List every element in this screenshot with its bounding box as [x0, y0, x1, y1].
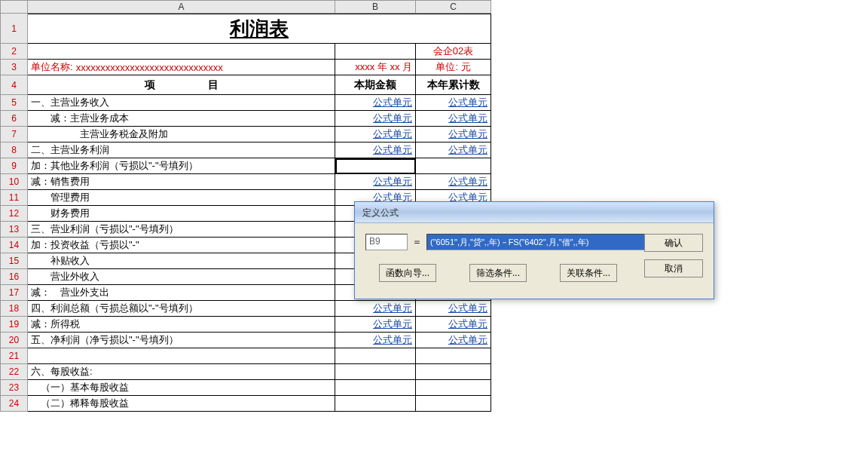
current-amount-cell[interactable]: 公式单元 — [335, 111, 416, 127]
item-cell[interactable]: 减：主营业务成本 — [28, 111, 335, 127]
unit-name[interactable]: 单位名称: xxxxxxxxxxxxxxxxxxxxxxxxxxxxxx — [28, 60, 335, 75]
unit-label[interactable]: 单位: 元 — [416, 60, 491, 75]
row-header[interactable]: 22 — [0, 364, 28, 380]
ytd-amount-cell[interactable]: 公式单元 — [416, 301, 491, 317]
formula-link[interactable]: 公式单元 — [448, 333, 487, 347]
formula-link[interactable]: 公式单元 — [373, 317, 412, 331]
formula-link[interactable]: 公式单元 — [373, 333, 412, 347]
cell-B2[interactable] — [335, 44, 416, 60]
item-cell[interactable]: 六、每股收益: — [28, 364, 335, 380]
item-cell[interactable]: 一、主营业务收入 — [28, 95, 335, 111]
row-header-3[interactable]: 3 — [0, 60, 28, 75]
formula-link[interactable]: 公式单元 — [373, 112, 412, 125]
ok-button[interactable]: 确认 — [644, 234, 703, 252]
row-header[interactable]: 20 — [0, 333, 28, 348]
ytd-amount-cell[interactable]: 公式单元 — [416, 174, 491, 190]
col-header-ytd[interactable]: 本年累计数 — [416, 75, 491, 95]
formula-link[interactable]: 公式单元 — [448, 317, 487, 331]
col-header-A[interactable]: A — [28, 0, 335, 14]
formula-link[interactable]: 公式单元 — [373, 127, 412, 141]
row-header-1[interactable]: 1 — [0, 14, 28, 44]
ytd-amount-cell[interactable]: 公式单元 — [416, 111, 491, 127]
formula-link[interactable]: 公式单元 — [373, 143, 412, 157]
row-header[interactable]: 17 — [0, 285, 28, 301]
row-header[interactable]: 21 — [0, 348, 28, 364]
row-header[interactable]: 13 — [0, 222, 28, 238]
col-header-item[interactable]: 项 目 — [28, 75, 335, 95]
form-code[interactable]: 会企02表 — [416, 44, 491, 60]
formula-link[interactable]: 公式单元 — [448, 96, 487, 109]
row-header-2[interactable]: 2 — [0, 44, 28, 60]
cancel-button[interactable]: 取消 — [644, 259, 703, 277]
row-header[interactable]: 12 — [0, 206, 28, 222]
ytd-amount-cell[interactable] — [416, 158, 491, 174]
col-header-B[interactable]: B — [335, 0, 416, 14]
row-header[interactable]: 18 — [0, 301, 28, 317]
row-header[interactable]: 19 — [0, 317, 28, 333]
row-header[interactable]: 7 — [0, 127, 28, 143]
ytd-amount-cell[interactable] — [416, 348, 491, 364]
item-cell[interactable]: （二）稀释每股收益 — [28, 396, 335, 412]
ytd-amount-cell[interactable]: 公式单元 — [416, 143, 491, 158]
row-header[interactable]: 23 — [0, 380, 28, 396]
formula-link[interactable]: 公式单元 — [373, 175, 412, 189]
current-amount-cell[interactable] — [335, 364, 416, 380]
filter-condition-button[interactable]: 筛选条件... — [469, 264, 527, 282]
ytd-amount-cell[interactable] — [416, 364, 491, 380]
title-cell[interactable]: 利润表 — [28, 14, 491, 44]
ytd-amount-cell[interactable] — [416, 396, 491, 412]
ytd-amount-cell[interactable]: 公式单元 — [416, 333, 491, 348]
formula-link[interactable]: 公式单元 — [373, 96, 412, 109]
current-amount-cell[interactable] — [335, 380, 416, 396]
row-header[interactable]: 9 — [0, 158, 28, 174]
item-cell[interactable]: 减： 营业外支出 — [28, 285, 335, 301]
current-amount-cell[interactable] — [335, 348, 416, 364]
assoc-condition-button[interactable]: 关联条件... — [560, 264, 617, 282]
corner-cell[interactable] — [0, 0, 28, 14]
row-header[interactable]: 10 — [0, 174, 28, 190]
current-amount-cell[interactable]: 公式单元 — [335, 127, 416, 143]
row-header[interactable]: 5 — [0, 95, 28, 111]
item-cell[interactable]: 加：其他业务利润（亏损以"-"号填列） — [28, 158, 335, 174]
formula-link[interactable]: 公式单元 — [373, 302, 412, 315]
col-header-current[interactable]: 本期金额 — [335, 75, 416, 95]
ytd-amount-cell[interactable]: 公式单元 — [416, 127, 491, 143]
item-cell[interactable]: （一）基本每股收益 — [28, 380, 335, 396]
item-cell[interactable]: 财务费用 — [28, 206, 335, 222]
ytd-amount-cell[interactable] — [416, 380, 491, 396]
row-header[interactable]: 11 — [0, 190, 28, 206]
current-amount-cell[interactable]: 公式单元 — [335, 174, 416, 190]
current-amount-cell[interactable] — [335, 396, 416, 412]
formula-link[interactable]: 公式单元 — [448, 143, 487, 157]
item-cell[interactable]: 四、利润总额（亏损总额以"-"号填列） — [28, 301, 335, 317]
current-amount-cell[interactable] — [335, 158, 416, 174]
cell-ref-input[interactable]: B9 — [365, 234, 408, 250]
function-wizard-button[interactable]: 函数向导... — [379, 264, 436, 282]
current-amount-cell[interactable]: 公式单元 — [335, 301, 416, 317]
current-amount-cell[interactable]: 公式单元 — [335, 143, 416, 158]
ytd-amount-cell[interactable]: 公式单元 — [416, 95, 491, 111]
date-cell[interactable]: xxxx 年 xx 月 — [335, 60, 416, 75]
row-header[interactable]: 14 — [0, 238, 28, 253]
formula-link[interactable]: 公式单元 — [448, 127, 487, 141]
item-cell[interactable]: 管理费用 — [28, 190, 335, 206]
cell-A2[interactable] — [28, 44, 335, 60]
item-cell[interactable]: 五、净利润（净亏损以"-"号填列） — [28, 333, 335, 348]
item-cell[interactable]: 主营业务税金及附加 — [28, 127, 335, 143]
row-header[interactable]: 6 — [0, 111, 28, 127]
formula-link[interactable]: 公式单元 — [448, 112, 487, 125]
item-cell[interactable] — [28, 348, 335, 364]
item-cell[interactable]: 补贴收入 — [28, 253, 335, 269]
formula-link[interactable]: 公式单元 — [448, 175, 487, 189]
formula-link[interactable]: 公式单元 — [448, 302, 487, 315]
col-header-C[interactable]: C — [416, 0, 491, 14]
item-cell[interactable]: 加：投资收益（亏损以"-" — [28, 238, 335, 253]
item-cell[interactable]: 三、营业利润（亏损以"-"号填列） — [28, 222, 335, 238]
current-amount-cell[interactable]: 公式单元 — [335, 95, 416, 111]
item-cell[interactable]: 减：销售费用 — [28, 174, 335, 190]
item-cell[interactable]: 二、主营业务利润 — [28, 143, 335, 158]
row-header[interactable]: 16 — [0, 269, 28, 285]
row-header-4[interactable]: 4 — [0, 75, 28, 95]
row-header[interactable]: 8 — [0, 143, 28, 158]
ytd-amount-cell[interactable]: 公式单元 — [416, 317, 491, 333]
